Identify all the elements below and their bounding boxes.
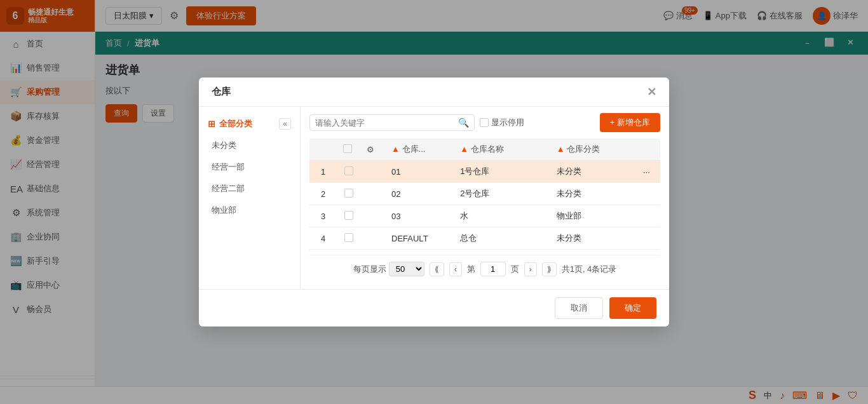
- row-code: DEFAULT: [385, 227, 454, 250]
- add-warehouse-button[interactable]: + 新增仓库: [600, 113, 660, 132]
- row-gear[interactable]: [360, 205, 385, 227]
- row-check[interactable]: [337, 161, 360, 183]
- total-info: 共1页, 4条记录: [562, 264, 617, 275]
- row-code: 03: [385, 205, 454, 227]
- row-checkbox[interactable]: [344, 233, 353, 242]
- table-row[interactable]: 2 02 2号仓库 未分类: [309, 183, 660, 205]
- row-name: 2号仓库: [454, 183, 550, 205]
- category-item[interactable]: 经营二部: [199, 178, 300, 199]
- table-header-row: ⚙ ▲ 仓库... ▲ 仓库名称 ▲ 仓库分类: [309, 138, 660, 161]
- col-header-more: [633, 138, 660, 161]
- gear-header-icon[interactable]: ⚙: [367, 145, 374, 154]
- show-disabled-text: 显示停用: [491, 117, 524, 128]
- row-category: 未分类: [550, 161, 633, 183]
- category-all-label: 全部分类: [219, 118, 252, 130]
- col-header-gear: ⚙: [360, 138, 385, 161]
- row-category: 未分类: [550, 183, 633, 205]
- page-unit: 页: [511, 264, 519, 275]
- row-more[interactable]: [633, 183, 660, 205]
- table-row[interactable]: 1 01 1号仓库 未分类 ···: [309, 161, 660, 183]
- last-page-btn[interactable]: ⟫: [542, 262, 557, 276]
- row-code: 01: [385, 161, 454, 183]
- row-no: 1: [309, 161, 337, 183]
- row-gear[interactable]: [360, 183, 385, 205]
- table-row[interactable]: 3 03 水 物业部: [309, 205, 660, 227]
- row-checkbox[interactable]: [344, 166, 353, 175]
- row-check[interactable]: [337, 227, 360, 250]
- row-name: 水: [454, 205, 550, 227]
- category-item[interactable]: 经营一部: [199, 156, 300, 178]
- dialog-footer: 取消 确定: [199, 289, 669, 327]
- row-category: 未分类: [550, 227, 633, 250]
- page-input[interactable]: [480, 262, 506, 276]
- table-toolbar: 🔍 显示停用 + 新增仓库: [309, 113, 660, 132]
- show-disabled-label[interactable]: 显示停用: [480, 117, 524, 128]
- col-header-check: [337, 138, 360, 161]
- row-more[interactable]: [633, 205, 660, 227]
- cat-sort-icon[interactable]: ▲: [557, 144, 565, 154]
- collapse-button[interactable]: «: [279, 118, 291, 130]
- select-all-checkbox[interactable]: [343, 144, 352, 153]
- col-header-cat: ▲ 仓库分类: [550, 138, 633, 161]
- category-item[interactable]: 未分类: [199, 135, 300, 156]
- show-disabled-checkbox[interactable]: [480, 118, 489, 127]
- row-no: 2: [309, 183, 337, 205]
- col-header-code: ▲ 仓库...: [385, 138, 454, 161]
- first-page-btn[interactable]: ⟪: [430, 262, 444, 276]
- table-body: 1 01 1号仓库 未分类 ··· 2 02 2号仓库 未分类 3 03 水 物…: [309, 161, 660, 250]
- dialog-title: 仓库: [212, 86, 231, 98]
- row-more[interactable]: [633, 227, 660, 250]
- search-wrap: 🔍: [309, 114, 475, 131]
- page-label: 第: [467, 264, 475, 275]
- pagination: 每页显示 50 20 100 ⟪ ‹ 第 页 › ⟫ 共1页, 4条记录: [309, 255, 660, 283]
- col-header-name: ▲ 仓库名称: [454, 138, 550, 161]
- col-header-no: [309, 138, 337, 161]
- prev-page-btn[interactable]: ‹: [449, 262, 462, 276]
- row-check[interactable]: [337, 183, 360, 205]
- name-sort-icon[interactable]: ▲: [460, 144, 468, 154]
- dialog-close-button[interactable]: ✕: [647, 86, 656, 98]
- row-check[interactable]: [337, 205, 360, 227]
- dialog-overlay[interactable]: 仓库 ✕ ⊞ 全部分类 « 未分类经营一部经营二部物业部 �: [0, 0, 868, 404]
- table-row[interactable]: 4 DEFAULT 总仓 未分类: [309, 227, 660, 250]
- category-items: 未分类经营一部经营二部物业部: [199, 135, 300, 221]
- confirm-button[interactable]: 确定: [609, 297, 656, 319]
- row-checkbox[interactable]: [344, 211, 353, 220]
- per-page-label: 每页显示: [353, 264, 386, 275]
- per-page-select[interactable]: 50 20 100: [389, 262, 424, 276]
- dialog-body: ⊞ 全部分类 « 未分类经营一部经营二部物业部 🔍 显示停用: [199, 107, 669, 289]
- code-sort-icon[interactable]: ▲: [391, 144, 400, 154]
- per-page-section: 每页显示 50 20 100: [353, 262, 424, 276]
- row-no: 3: [309, 205, 337, 227]
- table-panel: 🔍 显示停用 + 新增仓库: [301, 107, 669, 289]
- next-page-btn[interactable]: ›: [524, 262, 537, 276]
- warehouse-dialog: 仓库 ✕ ⊞ 全部分类 « 未分类经营一部经营二部物业部 �: [199, 77, 669, 327]
- category-header[interactable]: ⊞ 全部分类 «: [199, 113, 300, 135]
- search-icon: 🔍: [458, 118, 469, 128]
- row-name: 1号仓库: [454, 161, 550, 183]
- row-checkbox[interactable]: [344, 189, 353, 198]
- row-category: 物业部: [550, 205, 633, 227]
- row-code: 02: [385, 183, 454, 205]
- cancel-button[interactable]: 取消: [555, 297, 603, 319]
- row-no: 4: [309, 227, 337, 250]
- search-input[interactable]: [315, 118, 458, 128]
- category-panel: ⊞ 全部分类 « 未分类经营一部经营二部物业部: [199, 107, 301, 289]
- warehouse-table: ⚙ ▲ 仓库... ▲ 仓库名称 ▲ 仓库分类: [309, 138, 660, 250]
- row-gear[interactable]: [360, 227, 385, 250]
- row-more[interactable]: ···: [633, 161, 660, 183]
- row-gear[interactable]: [360, 161, 385, 183]
- row-name: 总仓: [454, 227, 550, 250]
- dialog-header: 仓库 ✕: [199, 77, 669, 107]
- category-item[interactable]: 物业部: [199, 199, 300, 221]
- grid-icon: ⊞: [208, 119, 215, 129]
